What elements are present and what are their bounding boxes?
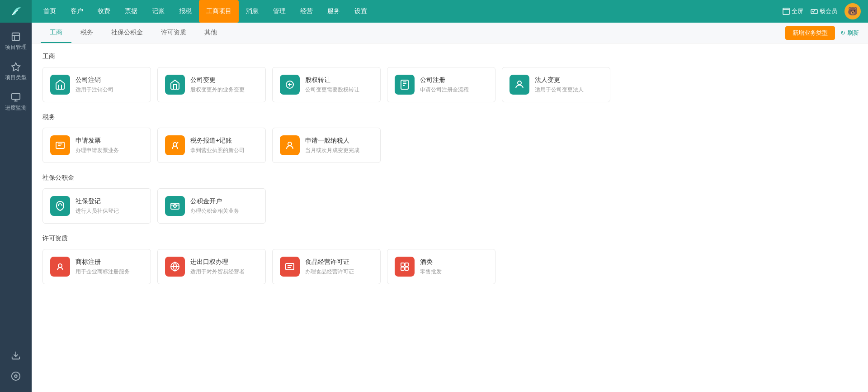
tax-cards-grid: 申请发票 办理申请发票业务 税务 — [42, 128, 857, 163]
card-alcohol-text: 酒类 零售批发 — [420, 258, 442, 276]
card-food-license-icon — [280, 257, 300, 277]
card-trademark[interactable]: 商标注册 用于企业商标注册服务 — [42, 249, 151, 284]
card-tax-report-text: 税务报道+记账 拿到营业执照的新公司 — [190, 137, 245, 154]
sidebar: 项目管理 项目类型 进度监测 — [0, 23, 32, 392]
card-trademark-text: 商标注册 用于企业商标注册服务 — [75, 258, 130, 276]
card-alcohol[interactable]: 酒类 零售批发 — [387, 249, 495, 284]
content-area[interactable]: 工商 公司注销 适用于注销公司 — [32, 43, 868, 392]
nav-fees[interactable]: 收费 — [90, 0, 118, 23]
card-food-license[interactable]: 食品经营许可证 办理食品经营许可证 — [272, 249, 381, 284]
nav-tax[interactable]: 报税 — [172, 0, 199, 23]
card-general-taxpayer-icon — [280, 135, 300, 155]
nav-accounting[interactable]: 记账 — [145, 0, 172, 23]
tab-license[interactable]: 许可资质 — [152, 23, 195, 43]
card-company-register-text: 公司注册 申请公司注册全流程 — [420, 76, 469, 94]
card-alcohol-icon — [395, 257, 415, 277]
card-company-cancel[interactable]: 公司注销 适用于注销公司 — [42, 67, 151, 102]
card-import-export[interactable]: 进出口权办理 适用于对外贸易经营者 — [157, 249, 266, 284]
card-company-register[interactable]: 公司注册 申请公司注册全流程 — [387, 67, 495, 102]
nav-message[interactable]: 消息 — [239, 0, 266, 23]
card-social-insurance-register-text: 社保登记 进行人员社保登记 — [75, 197, 119, 215]
main-layout: 项目管理 项目类型 进度监测 — [0, 23, 868, 392]
card-legal-person-change[interactable]: 法人变更 适用于公司变更法人 — [502, 67, 610, 102]
svg-point-19 — [518, 81, 521, 85]
new-type-button[interactable]: 新增业务类型 — [785, 26, 835, 40]
svg-rect-36 — [405, 267, 408, 270]
section-tax: 税务 申请发票 办理申请发票业务 — [42, 113, 857, 163]
nav-industry[interactable]: 工商项目 — [199, 0, 239, 23]
nav-manage[interactable]: 管理 — [266, 0, 293, 23]
card-company-cancel-icon — [50, 75, 70, 95]
svg-rect-0 — [783, 8, 789, 14]
card-general-taxpayer-text: 申请一般纳税人 当月或次月成变更完成 — [305, 137, 359, 154]
svg-marker-5 — [12, 63, 20, 71]
nav-right: 全屏 畅会员 🐻 — [783, 3, 868, 19]
sidebar-item-location[interactable] — [0, 366, 32, 387]
nav-home[interactable]: 首页 — [36, 0, 63, 23]
card-company-cancel-text: 公司注销 适用于注销公司 — [75, 76, 113, 94]
logo[interactable] — [0, 0, 32, 23]
industry-cards-grid: 公司注销 适用于注销公司 公司变更 股 — [42, 67, 857, 102]
card-invoice-apply[interactable]: 申请发票 办理申请发票业务 — [42, 128, 151, 163]
card-legal-person-change-icon — [509, 75, 529, 95]
section-social-insurance-title: 社保公积金 — [42, 174, 857, 182]
card-housing-fund[interactable]: 公积金开户 办理公积金相关业务 — [157, 188, 266, 224]
nav-settings[interactable]: 设置 — [347, 0, 374, 23]
card-social-insurance-register[interactable]: 社保登记 进行人员社保登记 — [42, 188, 151, 224]
tab-social-insurance[interactable]: 社保公积金 — [102, 23, 152, 43]
sidebar-item-project-management[interactable]: 项目管理 — [0, 26, 32, 57]
card-company-change-icon — [165, 75, 185, 95]
refresh-icon: ↻ — [840, 29, 845, 36]
card-tax-report[interactable]: 税务报道+记账 拿到营业执照的新公司 — [157, 128, 266, 163]
nav-service[interactable]: 服务 — [320, 0, 347, 23]
section-social-insurance: 社保公积金 社保登记 进行人员社保登记 — [42, 174, 857, 224]
section-tax-title: 税务 — [42, 113, 857, 121]
card-trademark-icon — [50, 257, 70, 277]
svg-rect-25 — [171, 203, 179, 209]
svg-point-9 — [14, 375, 17, 378]
section-license-title: 许可资质 — [42, 234, 857, 243]
tab-tax[interactable]: 税务 — [71, 23, 102, 43]
refresh-button[interactable]: ↻ 刷新 — [840, 29, 859, 37]
svg-rect-33 — [401, 263, 404, 266]
nav-items: 首页 客户 收费 票据 记账 报税 工商项目 消息 管理 经营 服务 设置 — [32, 0, 783, 23]
card-legal-person-change-text: 法人变更 适用于公司变更法人 — [535, 76, 584, 94]
card-invoice-apply-icon — [50, 135, 70, 155]
tab-other[interactable]: 其他 — [195, 23, 226, 43]
license-cards-grid: 商标注册 用于企业商标注册服务 — [42, 249, 857, 284]
svg-point-23 — [173, 143, 177, 146]
tab-industry[interactable]: 工商 — [41, 23, 71, 43]
svg-rect-6 — [12, 94, 20, 100]
sidebar-item-project-types[interactable]: 项目类型 — [0, 57, 32, 87]
nav-operation[interactable]: 经营 — [293, 0, 320, 23]
card-general-taxpayer[interactable]: 申请一般纳税人 当月或次月成变更完成 — [272, 128, 381, 163]
svg-rect-34 — [405, 263, 408, 266]
social-insurance-cards-grid: 社保登记 进行人员社保登记 公积 — [42, 188, 857, 224]
svg-rect-35 — [401, 267, 404, 270]
top-navigation: 首页 客户 收费 票据 记账 报税 工商项目 消息 管理 经营 服务 设置 全屏… — [0, 0, 868, 23]
card-company-change[interactable]: 公司变更 股权变更外的业务变更 — [157, 67, 266, 102]
card-import-export-icon — [165, 257, 185, 277]
nav-customer[interactable]: 客户 — [63, 0, 90, 23]
card-equity-transfer[interactable]: 股权转让 公司变更需要股权转让 — [272, 67, 381, 102]
section-industry-title: 工商 — [42, 53, 857, 61]
svg-point-8 — [12, 372, 20, 380]
vip-button[interactable]: 畅会员 — [811, 7, 837, 15]
main-content: 工商 税务 社保公积金 许可资质 其他 新增业务类型 ↻ 刷新 工商 — [32, 23, 868, 392]
fullscreen-button[interactable]: 全屏 — [783, 7, 803, 15]
nav-bills[interactable]: 票据 — [118, 0, 145, 23]
card-equity-transfer-icon — [280, 75, 300, 95]
svg-point-24 — [288, 142, 292, 146]
card-equity-transfer-text: 股权转让 公司变更需要股权转让 — [305, 76, 359, 94]
tabs-bar: 工商 税务 社保公积金 许可资质 其他 新增业务类型 ↻ 刷新 — [32, 23, 868, 43]
section-license: 许可资质 商标注册 用于企业商标注册服务 — [42, 234, 857, 284]
section-industry: 工商 公司注销 适用于注销公司 — [42, 53, 857, 102]
tabs-right: 新增业务类型 ↻ 刷新 — [785, 26, 859, 40]
card-invoice-apply-text: 申请发票 办理申请发票业务 — [75, 137, 119, 154]
svg-rect-2 — [12, 33, 20, 41]
card-tax-report-icon — [165, 135, 185, 155]
sidebar-bottom — [0, 345, 32, 392]
sidebar-item-download[interactable] — [0, 345, 32, 366]
sidebar-item-progress-monitor[interactable]: 进度监测 — [0, 87, 32, 117]
user-avatar[interactable]: 🐻 — [844, 3, 861, 19]
